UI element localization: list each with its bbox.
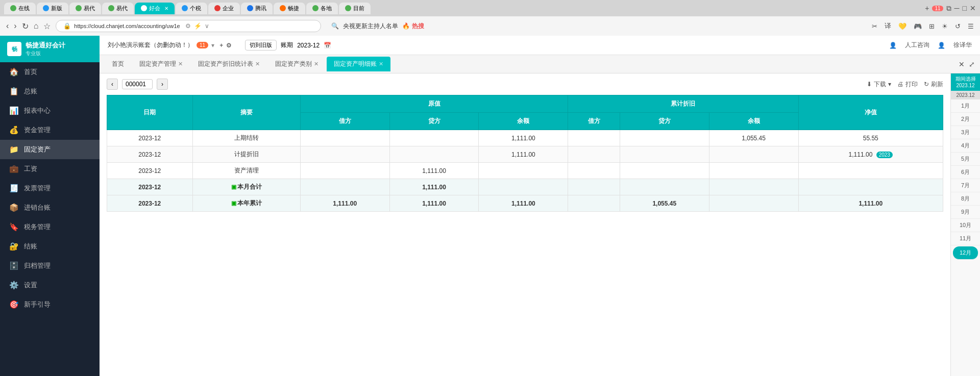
page-input[interactable] bbox=[122, 79, 153, 89]
period-month-2[interactable]: 2月 bbox=[951, 113, 980, 126]
game-icon[interactable]: 🎮 bbox=[914, 22, 922, 30]
cell-date: 2023-12 bbox=[107, 163, 193, 179]
sidebar-item-reports[interactable]: 📊 报表中心 bbox=[0, 101, 100, 120]
page-tab-home[interactable]: 首页 bbox=[105, 57, 131, 71]
cell-orig-balance bbox=[479, 163, 568, 179]
period-month-8[interactable]: 8月 bbox=[951, 192, 980, 206]
refresh-button[interactable]: ↻ 刷新 bbox=[924, 80, 943, 89]
browser-chrome: 在线 新版 易代 易代 好会 ✕ 个税 企业 腾讯 bbox=[0, 0, 980, 36]
sidebar-item-closing[interactable]: 🔐 结账 bbox=[0, 237, 100, 256]
forward-button[interactable]: › bbox=[14, 21, 16, 31]
wallet-icon[interactable]: 💛 bbox=[898, 22, 906, 30]
download-button[interactable]: ⬇ 下载 ▾ bbox=[867, 80, 891, 89]
sidebar-item-payroll[interactable]: 💼 工资 bbox=[0, 159, 100, 179]
calendar-icon[interactable]: 📅 bbox=[324, 42, 331, 49]
back-button[interactable]: ‹ bbox=[6, 21, 9, 31]
period-month-11[interactable]: 11月 bbox=[951, 232, 980, 245]
sidebar-item-home[interactable]: 🏠 首页 bbox=[0, 62, 100, 82]
switch-version-button[interactable]: 切到旧版 bbox=[245, 40, 277, 51]
page-tab-fa-mgmt[interactable]: 固定资产管理 ✕ bbox=[132, 57, 190, 71]
period-month-4[interactable]: 4月 bbox=[951, 139, 980, 153]
sidebar-label-tax: 税务管理 bbox=[24, 222, 51, 232]
help-label[interactable]: 人工咨询 bbox=[905, 41, 929, 49]
account-badge: 11 bbox=[197, 42, 208, 48]
sidebar-item-sales[interactable]: 📦 进销台账 bbox=[0, 198, 100, 217]
period-header-text: 期间选择 bbox=[952, 76, 979, 82]
close-tab-fa-detail[interactable]: ✕ bbox=[379, 61, 383, 67]
tab-畅捷[interactable]: 畅捷 bbox=[274, 3, 305, 14]
url-box[interactable]: 🔒 https://cloud.chanjet.com/accounting/u… bbox=[56, 20, 321, 32]
close-tab-fa-category[interactable]: ✕ bbox=[314, 61, 318, 67]
tab-易代1[interactable]: 易代 bbox=[69, 3, 101, 14]
cell-dep-credit bbox=[620, 163, 709, 179]
translate-icon[interactable]: 译 bbox=[885, 21, 891, 31]
topbar-right: 👤 人工咨询 👤 徐译华 bbox=[889, 41, 972, 49]
scissors-icon[interactable]: ✂ bbox=[872, 22, 877, 30]
main-area: 刘小艳演示账套（勿删勿动！） 11 ▾ + ⚙ 切到旧版 账期 2023-12 … bbox=[100, 36, 980, 376]
tab-易代2[interactable]: 易代 bbox=[102, 3, 134, 14]
sidebar-label-invoice: 发票管理 bbox=[24, 184, 51, 193]
page-tab-fa-category[interactable]: 固定资产类别 ✕ bbox=[268, 57, 326, 71]
cell-dep-balance bbox=[709, 195, 798, 212]
tab-企业[interactable]: 企业 bbox=[208, 3, 240, 14]
tab-个税[interactable]: 个税 bbox=[176, 3, 207, 14]
bookmark-button[interactable]: ☆ bbox=[43, 21, 51, 31]
period-label: 账期 bbox=[281, 41, 293, 49]
sidebar-item-invoice[interactable]: 🧾 发票管理 bbox=[0, 179, 100, 198]
logo-text: 畅 bbox=[12, 45, 17, 53]
th-dep-balance: 余额 bbox=[709, 113, 798, 130]
table-row: 2023-12 资产清理 1,111.00 bbox=[107, 163, 943, 179]
page-tab-fa-detail-label: 固定资产明细账 bbox=[334, 60, 377, 68]
new-tab-button[interactable]: + bbox=[925, 4, 929, 12]
collapse-tab-button[interactable]: ✕ bbox=[959, 60, 965, 68]
cell-dep-balance bbox=[709, 163, 798, 179]
download-dropdown-icon[interactable]: ▾ bbox=[888, 81, 891, 88]
sidebar-item-fixed-assets[interactable]: 📁 固定资产 bbox=[0, 140, 100, 159]
grid-icon[interactable]: ⊞ bbox=[929, 22, 935, 30]
prev-page-button[interactable]: ‹ bbox=[107, 79, 118, 90]
account-dropdown-icon[interactable]: ▾ bbox=[211, 42, 214, 49]
sidebar-item-ledger[interactable]: 📋 总账 bbox=[0, 82, 100, 101]
close-tab-fa-stats[interactable]: ✕ bbox=[255, 61, 260, 67]
maximize-button[interactable]: □ bbox=[963, 4, 967, 12]
tab-腾讯[interactable]: 腾讯 bbox=[241, 3, 273, 14]
home-button[interactable]: ⌂ bbox=[34, 21, 39, 31]
tab-restore[interactable]: ⧉ bbox=[946, 4, 951, 13]
page-tab-fa-stats[interactable]: 固定资产折旧统计表 ✕ bbox=[191, 57, 267, 71]
tab-各地[interactable]: 各地 bbox=[306, 3, 338, 14]
period-month-1[interactable]: 1月 bbox=[951, 99, 980, 113]
sidebar-item-funds[interactable]: 💰 资金管理 bbox=[0, 120, 100, 140]
minimize-button[interactable]: ─ bbox=[954, 4, 960, 12]
expand-tab-button[interactable]: ⤢ bbox=[969, 60, 975, 68]
close-button[interactable]: ✕ bbox=[970, 4, 976, 12]
period-month-10[interactable]: 10月 bbox=[951, 219, 980, 232]
page-tab-fa-detail[interactable]: 固定资产明细账 ✕ bbox=[327, 57, 390, 71]
tab-好会[interactable]: 好会 ✕ bbox=[135, 3, 175, 14]
refresh-browser-button[interactable]: ↻ bbox=[22, 21, 29, 31]
guide-icon: 🎯 bbox=[9, 300, 19, 309]
undo-icon[interactable]: ↺ bbox=[955, 22, 961, 30]
cell-dep-credit bbox=[620, 146, 709, 163]
tab-目前[interactable]: 目前 bbox=[339, 3, 371, 14]
period-month-5[interactable]: 5月 bbox=[951, 153, 980, 166]
period-month-12[interactable]: 12月 bbox=[953, 246, 978, 260]
print-button[interactable]: 🖨 打印 bbox=[897, 80, 918, 89]
close-tab-fa-mgmt[interactable]: ✕ bbox=[178, 61, 183, 67]
next-page-button[interactable]: › bbox=[157, 79, 168, 90]
period-month-6[interactable]: 6月 bbox=[951, 166, 980, 179]
sidebar-item-settings[interactable]: ⚙️ 设置 bbox=[0, 275, 100, 295]
brightness-icon[interactable]: ☀ bbox=[942, 22, 948, 30]
sidebar-item-tax[interactable]: 🔖 税务管理 bbox=[0, 217, 100, 237]
settings-account-button[interactable]: ⚙ bbox=[226, 42, 232, 49]
period-month-7[interactable]: 7月 bbox=[951, 179, 980, 192]
sidebar-item-guide[interactable]: 🎯 新手引导 bbox=[0, 295, 100, 314]
add-account-button[interactable]: + bbox=[219, 42, 223, 49]
period-month-9[interactable]: 9月 bbox=[951, 206, 980, 219]
cell-dep-balance: 1,055.45 bbox=[709, 130, 798, 146]
tab-新版[interactable]: 新版 bbox=[37, 3, 68, 14]
sidebar-item-archive[interactable]: 🗄️ 归档管理 bbox=[0, 256, 100, 275]
menu-icon[interactable]: ☰ bbox=[968, 22, 974, 30]
refresh-label: 刷新 bbox=[931, 80, 943, 89]
period-month-3[interactable]: 3月 bbox=[951, 126, 980, 139]
tab-在线[interactable]: 在线 bbox=[4, 3, 36, 14]
